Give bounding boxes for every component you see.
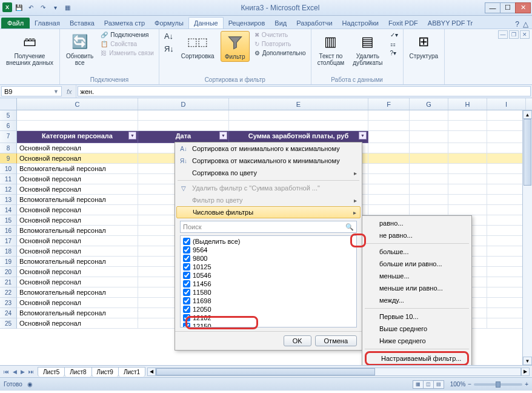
filter-below-avg-item[interactable]: Ниже среднего [362,335,471,347]
zoom-slider[interactable] [474,383,522,386]
outline-button[interactable]: ⊞ Структура [407,31,441,61]
row-header[interactable]: 23 [0,298,17,308]
scroll-thumb[interactable] [524,119,531,186]
filter-custom-item[interactable]: Настраиваемый фильтр... [365,351,469,365]
qat-more-icon[interactable]: ▾ [50,2,61,13]
file-tab[interactable]: Файл [1,18,30,29]
sort-descending-item[interactable]: Я↓Сортировка от максимального к минималь… [175,155,362,167]
redo-button[interactable]: ↷ [38,2,48,13]
row-header[interactable]: 17 [0,236,17,246]
filter-gte-item[interactable]: больше или равно... [362,258,471,270]
sort-asc-button[interactable]: A↓ [163,31,175,41]
sheet-nav-next-icon[interactable]: ▶ [19,369,26,375]
filter-dropdown-icon[interactable]: ▼ [359,132,367,139]
cell[interactable] [368,131,410,143]
doc-minimize-button[interactable]: — [498,30,508,39]
zoom-out-button[interactable]: − [468,381,471,388]
filter-value-checkbox[interactable]: 9800 [182,254,355,263]
cell[interactable] [448,164,487,174]
cell-category[interactable]: Вспомогательный персонал [17,226,138,236]
tab-foxit[interactable]: Foxit PDF [384,18,423,29]
cell[interactable] [410,143,448,153]
column-header[interactable]: H [448,98,487,110]
cell-category[interactable]: Основной персонал [17,205,138,215]
cell[interactable] [410,110,448,121]
cell[interactable] [368,153,410,164]
tab-data[interactable]: Данные [188,17,224,29]
cell-category[interactable]: Основной персонал [17,318,138,329]
formula-input[interactable]: жен. [78,86,531,96]
tab-addins[interactable]: Надстройки [337,18,384,29]
worksheet-grid[interactable]: C D E F G H I 567 Категория персонала▼ Д… [0,98,532,365]
cell[interactable] [17,121,138,131]
number-filters-item[interactable]: Числовые фильтры [176,206,361,218]
filter-value-checkbox[interactable]: 10125 [182,263,355,271]
tab-developer[interactable]: Разработчи [291,18,337,29]
refresh-all-button[interactable]: 🔄 Обновить все [64,31,96,67]
cell[interactable] [138,110,229,121]
cell-category[interactable]: Основной персонал [17,174,138,184]
ok-button[interactable]: OK [284,335,311,346]
table-header-category[interactable]: Категория персонала▼ [17,131,138,143]
cell-category[interactable]: Основной персонал [17,153,138,164]
row-header[interactable]: 20 [0,267,17,277]
sort-button[interactable]: ⬚⬚ Сортировка [179,31,217,61]
cell[interactable] [448,110,487,121]
row-header[interactable]: 22 [0,287,17,298]
filter-value-checkbox[interactable]: 11698 [182,297,355,305]
tab-view[interactable]: Вид [270,18,291,29]
filter-dropdown-icon[interactable]: ▼ [128,132,136,139]
name-box[interactable]: B9 ▼ [1,86,62,96]
cell[interactable] [487,298,526,308]
filter-value-checkbox[interactable]: 10546 [182,271,355,280]
column-header[interactable]: F [368,98,410,110]
sheet-nav-last-icon[interactable]: ⏭ [27,369,35,375]
cell[interactable] [487,236,526,246]
minimize-button[interactable]: — [485,2,500,13]
cell[interactable] [368,184,410,195]
row-header[interactable]: 5 [0,110,17,121]
filter-button[interactable]: Фильтр [221,31,250,62]
cell-category[interactable]: Вспомогательный персонал [17,257,138,267]
cell[interactable] [448,153,487,164]
cell[interactable] [229,110,368,121]
filter-value-checkbox[interactable]: 11580 [182,288,355,297]
table-header-date[interactable]: Дата▼ [138,131,229,143]
text-to-columns-button[interactable]: ▥ Текст по столбцам [315,31,347,67]
cell[interactable] [487,226,526,236]
cell[interactable] [487,246,526,257]
row-header[interactable]: 12 [0,184,17,195]
maximize-button[interactable]: ☐ [500,2,516,13]
cell[interactable] [410,195,448,205]
qat-extra-icon[interactable]: ▦ [62,2,73,13]
row-header[interactable]: 19 [0,257,17,267]
cell[interactable] [448,121,487,131]
cell[interactable] [487,257,526,267]
tab-abbyy[interactable]: ABBYY PDF Tr [423,18,477,29]
cell[interactable] [448,143,487,153]
tab-home[interactable]: Главная [30,18,65,29]
cell[interactable] [487,287,526,298]
namebox-dropdown-icon[interactable]: ▼ [53,89,59,95]
filter-value-checkbox[interactable]: 12102 [182,314,355,322]
cell[interactable] [138,121,229,131]
cancel-button[interactable]: Отмена [315,335,357,346]
sheet-tab[interactable]: Лист5 [38,367,65,377]
cell[interactable] [410,131,448,143]
remove-duplicates-button[interactable]: ▤ Удалить дубликаты [350,31,385,67]
filter-dropdown-icon[interactable]: ▼ [219,132,227,139]
cell-category[interactable]: Основной персонал [17,143,138,153]
cell-category[interactable]: Вспомогательный персонал [17,164,138,174]
cell[interactable] [487,277,526,287]
cell[interactable] [487,195,526,205]
minimize-ribbon-icon[interactable]: △ [523,20,528,29]
sheet-tab[interactable]: Лист1 [118,367,145,377]
filter-not-equals-item[interactable]: не равно... [362,229,471,241]
cell-category[interactable]: Основной персонал [17,184,138,195]
select-all-corner[interactable] [0,98,17,110]
tab-insert[interactable]: Вставка [65,18,99,29]
cell[interactable] [229,121,368,131]
column-header[interactable]: I [487,98,526,110]
row-header[interactable]: 14 [0,205,17,215]
filter-between-item[interactable]: между... [362,294,471,306]
